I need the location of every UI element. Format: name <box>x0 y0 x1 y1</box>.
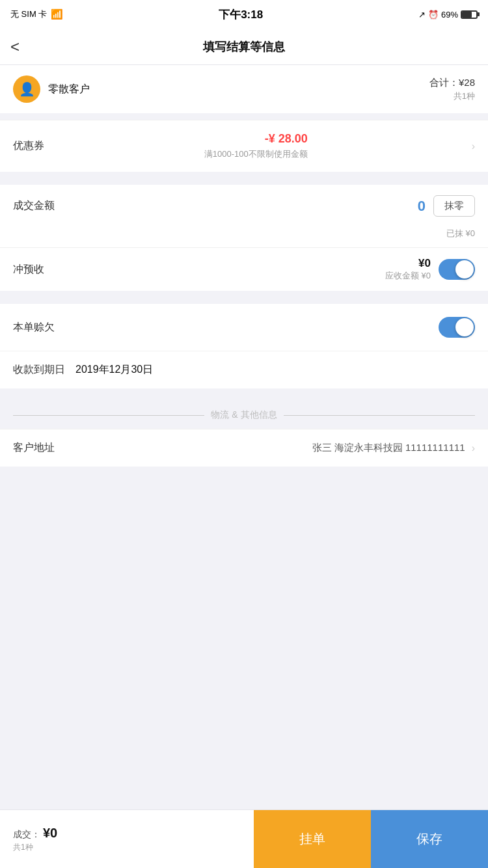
alarm-icon: ⏰ <box>428 10 439 20</box>
charge-amount-sub: 应收金额 ¥0 <box>385 270 431 282</box>
customer-avatar: 👤 <box>13 75 40 103</box>
debt-label: 本单赊欠 <box>13 321 55 334</box>
status-time: 下午3:18 <box>219 7 263 22</box>
battery-percent: 69% <box>441 10 458 20</box>
due-date-value: 2019年12月30日 <box>75 363 153 377</box>
address-right: 张三 海淀永丰科技园 11111111111 › <box>312 442 475 454</box>
empty-area <box>0 473 488 603</box>
bottom-deal-row: 成交： ¥0 <box>13 826 241 841</box>
coupon-chevron-icon: › <box>472 141 475 152</box>
coupon-desc: 满1000-100不限制使用金额 <box>204 148 308 160</box>
coupon-section: 优惠券 -¥ 28.00 满1000-100不限制使用金额 › <box>0 120 488 172</box>
deal-right: 0 抹零 <box>418 195 475 217</box>
coupon-right: -¥ 28.00 满1000-100不限制使用金额 <box>204 132 308 160</box>
logistics-text: 物流 & 其他信息 <box>211 409 277 421</box>
content: 👤 零散客户 合计：¥28 共1种 优惠券 -¥ 28.00 满1000-100… <box>0 65 488 662</box>
deal-sub-row: 已抹 ¥0 <box>0 227 488 247</box>
divider-3 <box>0 395 488 401</box>
bottom-deal-count: 共1种 <box>13 842 241 853</box>
bottom-bar: 成交： ¥0 共1种 挂单 保存 <box>0 809 488 868</box>
round-button[interactable]: 抹零 <box>433 195 475 217</box>
coupon-amount: -¥ 28.00 <box>265 132 308 146</box>
sim-status: 无 SIM 卡 <box>10 8 47 20</box>
address-value: 张三 海淀永丰科技园 11111111111 <box>312 442 465 454</box>
debt-toggle-thumb <box>455 318 474 336</box>
save-button[interactable]: 保存 <box>371 810 488 869</box>
customer-name: 零散客户 <box>48 83 90 96</box>
deal-label: 成交金额 <box>13 199 55 213</box>
charge-amounts: ¥0 应收金额 ¥0 <box>385 257 431 282</box>
bottom-deal-prefix: 成交： <box>13 829 40 841</box>
back-button[interactable]: < <box>10 38 20 56</box>
deal-section: 成交金额 0 抹零 已抹 ¥0 冲预收 ¥0 应收金额 ¥0 <box>0 185 488 291</box>
address-row[interactable]: 客户地址 张三 海淀永丰科技园 11111111111 › <box>0 429 488 467</box>
charge-right: ¥0 应收金额 ¥0 <box>385 257 475 282</box>
customer-total-info: 合计：¥28 共1种 <box>429 77 475 102</box>
customer-section: 👤 零散客户 合计：¥28 共1种 <box>0 65 488 113</box>
hold-button[interactable]: 挂单 <box>254 810 371 869</box>
address-label: 客户地址 <box>13 441 55 455</box>
logistics-header: 物流 & 其他信息 <box>0 401 488 429</box>
bottom-left: 成交： ¥0 共1种 <box>0 826 254 853</box>
bottom-deal-amount: ¥0 <box>43 826 57 841</box>
customer-total: 合计：¥28 <box>429 77 475 89</box>
customer-count: 共1种 <box>429 90 475 102</box>
divider-1 <box>0 178 488 185</box>
address-chevron-icon: › <box>472 442 475 454</box>
deal-value: 0 <box>418 198 426 215</box>
wifi-icon: 📶 <box>51 8 63 20</box>
deal-amount-row: 成交金额 0 抹零 <box>0 185 488 227</box>
charge-row: 冲预收 ¥0 应收金额 ¥0 <box>0 247 488 291</box>
page-title: 填写结算等信息 <box>203 39 285 55</box>
nav-bar: < 填写结算等信息 <box>0 29 488 65</box>
debt-toggle[interactable] <box>439 317 475 338</box>
logistics-line-right <box>284 415 475 416</box>
coupon-row[interactable]: 优惠券 -¥ 28.00 满1000-100不限制使用金额 › <box>0 120 488 172</box>
charge-label: 冲预收 <box>13 263 44 277</box>
deal-sub: 已抹 ¥0 <box>446 228 475 238</box>
due-date-label: 收款到期日 <box>13 363 65 377</box>
status-right: ↗ ⏰ 69% <box>418 10 478 20</box>
avatar-icon: 👤 <box>19 81 35 97</box>
coupon-label: 优惠券 <box>13 139 44 153</box>
location-icon: ↗ <box>418 10 426 20</box>
due-date-row: 收款到期日 2019年12月30日 <box>0 351 488 388</box>
debt-section: 本单赊欠 收款到期日 2019年12月30日 <box>0 304 488 388</box>
charge-amount-main: ¥0 <box>385 257 431 270</box>
address-section: 客户地址 张三 海淀永丰科技园 11111111111 › <box>0 429 488 467</box>
battery-icon <box>461 10 478 19</box>
logistics-line-left <box>13 415 204 416</box>
customer-row: 👤 零散客户 合计：¥28 共1种 <box>0 65 488 113</box>
charge-toggle[interactable] <box>439 259 475 280</box>
debt-row: 本单赊欠 <box>0 304 488 351</box>
status-left: 无 SIM 卡 📶 <box>10 8 63 20</box>
customer-info: 👤 零散客户 <box>13 75 90 103</box>
divider-2 <box>0 297 488 304</box>
toggle-thumb <box>455 260 474 278</box>
status-bar: 无 SIM 卡 📶 下午3:18 ↗ ⏰ 69% <box>0 0 488 29</box>
